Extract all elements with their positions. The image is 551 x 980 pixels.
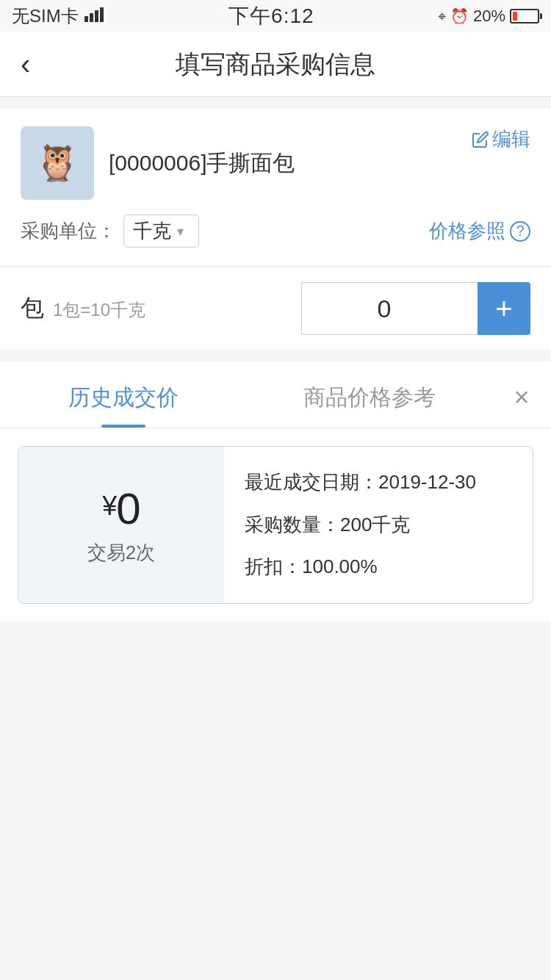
- product-thumbnail: 🦉: [21, 126, 94, 200]
- unit-dropdown-arrow: ▾: [177, 223, 184, 239]
- tab-history-price[interactable]: 历史成交价: [0, 362, 246, 428]
- battery-icon: [510, 9, 539, 24]
- status-time: 下午6:12: [228, 2, 314, 30]
- page-rest: [0, 621, 551, 980]
- currency-symbol: ¥: [102, 491, 116, 522]
- tab-close-button[interactable]: ×: [492, 361, 551, 428]
- product-logo-icon: 🦉: [35, 143, 79, 184]
- recent-date-value: 2019-12-30: [378, 471, 476, 493]
- purchase-qty-label: 采购数量：: [245, 514, 340, 536]
- price-card: ¥0 交易2次 最近成交日期：2019-12-30 采购数量：200千克 折扣：…: [18, 446, 533, 604]
- edit-label: 编辑: [492, 126, 530, 152]
- alarm-icon: ⏰: [450, 7, 469, 25]
- price-reference-button[interactable]: 价格参照 ?: [429, 218, 530, 244]
- signal-icon: [84, 6, 105, 26]
- quantity-unit: 包: [21, 292, 44, 325]
- purchase-qty-row: 采购数量：200千克: [245, 510, 512, 541]
- discount-label: 折扣：: [245, 555, 302, 577]
- product-unit-row: 采购单位： 千克 ▾ 价格参照 ?: [21, 215, 530, 248]
- page-title: 填写商品采购信息: [176, 48, 375, 82]
- discount-row: 折扣：100.00%: [245, 552, 512, 583]
- price-amount: ¥0: [102, 483, 140, 534]
- tab-reference-price[interactable]: 商品价格参考: [246, 362, 492, 428]
- tabs-header: 历史成交价 商品价格参考 ×: [0, 361, 551, 428]
- discount-value: 100.00%: [302, 555, 378, 577]
- svg-rect-0: [84, 16, 88, 22]
- unit-select[interactable]: 千克 ▾: [123, 215, 199, 248]
- battery-percent: 20%: [473, 7, 505, 26]
- close-icon: ×: [514, 382, 529, 413]
- tab-history-label: 历史成交价: [68, 385, 179, 409]
- carrier-text: 无SIM卡: [12, 4, 79, 28]
- unit-label: 采购单位：: [21, 218, 116, 244]
- nav-bar: ‹ 填写商品采购信息: [0, 32, 551, 97]
- product-card: 🦉 [0000006]手撕面包 编辑 采购单位： 千克 ▾ 价格参照 ?: [0, 109, 551, 265]
- purchase-qty-value: 200千克: [340, 514, 410, 536]
- price-ref-label: 价格参照: [429, 218, 505, 244]
- quantity-section: 包 1包=10千克 +: [0, 267, 551, 350]
- recent-date-row: 最近成交日期：2019-12-30: [245, 467, 512, 498]
- plus-icon: +: [495, 294, 512, 323]
- quantity-input[interactable]: [301, 282, 478, 335]
- price-times: 交易2次: [87, 540, 155, 566]
- unit-left: 采购单位： 千克 ▾: [21, 215, 199, 248]
- price-value: 0: [116, 484, 140, 533]
- status-bar: 无SIM卡 下午6:12 ⌖ ⏰ 20%: [0, 0, 551, 32]
- price-card-left: ¥0 交易2次: [18, 447, 224, 603]
- price-cards: ¥0 交易2次 最近成交日期：2019-12-30 采购数量：200千克 折扣：…: [0, 428, 551, 621]
- quantity-label: 包 1包=10千克: [21, 292, 145, 325]
- location-icon: ⌖: [438, 8, 446, 25]
- recent-date-label: 最近成交日期：: [245, 471, 378, 493]
- tab-reference-label: 商品价格参考: [303, 385, 436, 409]
- back-button[interactable]: ‹: [21, 48, 30, 81]
- price-card-right: 最近成交日期：2019-12-30 采购数量：200千克 折扣：100.00%: [224, 447, 533, 603]
- product-left: 🦉 [0000006]手撕面包: [21, 126, 295, 200]
- svg-rect-2: [95, 10, 98, 22]
- quantity-conversion: 1包=10千克: [53, 298, 145, 322]
- quantity-plus-button[interactable]: +: [478, 282, 530, 335]
- svg-rect-3: [100, 7, 104, 22]
- product-name: [0000006]手撕面包: [109, 148, 295, 179]
- help-icon: ?: [510, 221, 530, 242]
- product-header: 🦉 [0000006]手撕面包 编辑: [21, 126, 530, 200]
- quantity-input-group: +: [301, 282, 530, 335]
- quantity-row: 包 1包=10千克 +: [0, 267, 551, 350]
- unit-value: 千克: [133, 218, 171, 244]
- tabs-section: 历史成交价 商品价格参考 × ¥0 交易2次 最近成交日期：2019-12-30…: [0, 361, 551, 621]
- svg-rect-1: [90, 13, 93, 22]
- edit-button[interactable]: 编辑: [472, 126, 530, 152]
- status-right: ⌖ ⏰ 20%: [438, 7, 539, 26]
- status-carrier: 无SIM卡: [12, 4, 105, 28]
